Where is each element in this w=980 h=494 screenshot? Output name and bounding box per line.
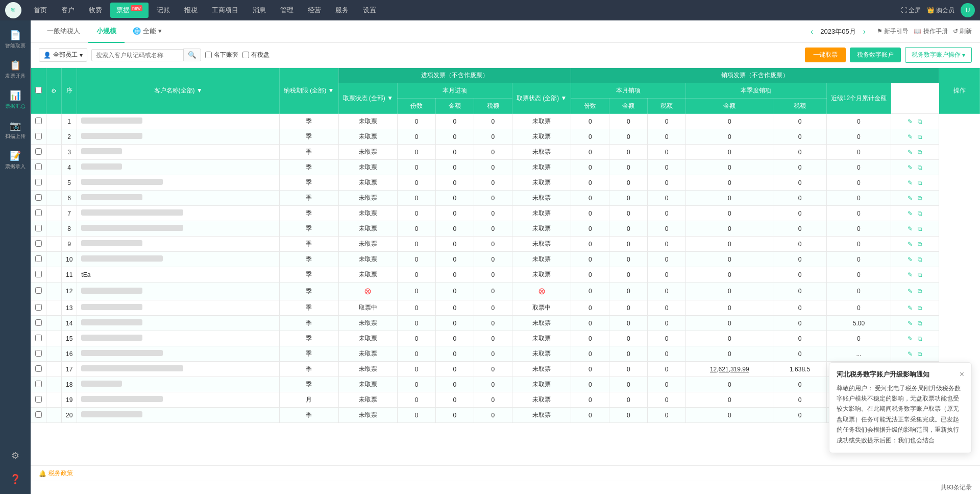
edit-icon[interactable]: ✎ [908, 210, 913, 217]
digital-ops-btn[interactable]: 税务数字账户操作 ▾ [905, 47, 972, 63]
nav-message[interactable]: 消息 [247, 3, 272, 18]
sidebar-item-help[interactable]: ❓ [0, 469, 31, 489]
client-name-blur [81, 381, 122, 387]
edit-icon[interactable]: ✎ [908, 335, 913, 342]
fetch-all-btn[interactable]: 一键取票 [805, 48, 846, 62]
edit-icon[interactable]: ✎ [908, 304, 913, 312]
row-checkbox[interactable] [35, 319, 42, 326]
tab-small-scale[interactable]: 小规模 [88, 20, 125, 43]
tax-disk-checkbox-input[interactable] [242, 52, 249, 58]
nav-billing[interactable]: 收费 [83, 3, 108, 18]
sidebar-item-invoice-summary[interactable]: 📊 票据汇总 [0, 86, 31, 114]
popup-close-btn[interactable]: × [960, 370, 964, 379]
refresh-btn[interactable]: ↺ 刷新 [953, 27, 972, 36]
row-checkbox[interactable] [35, 287, 42, 294]
guide-btn[interactable]: ⚑ 新手引导 [877, 27, 909, 36]
row-checkbox[interactable] [35, 271, 42, 277]
copy-icon[interactable]: ⧉ [918, 320, 922, 327]
row-client-name [77, 362, 280, 377]
edit-icon[interactable]: ✎ [908, 133, 913, 140]
tab-all-capable[interactable]: 🌐 全能 ▾ [125, 20, 170, 43]
prev-month-btn[interactable]: ‹ [807, 26, 816, 37]
nav-tax[interactable]: 报税 [178, 3, 204, 18]
row-checkbox[interactable] [35, 381, 42, 387]
edit-icon[interactable]: ✎ [908, 164, 913, 171]
table-row: 11 tEa 季 未取票 0 0 0 未取票 0 0 0 0 0 0 ✎ ⧉ [31, 267, 980, 283]
edit-icon[interactable]: ✎ [908, 118, 913, 125]
select-all-checkbox[interactable] [35, 87, 42, 93]
sidebar-item-invoice-open[interactable]: 📋 发票开具 [0, 56, 31, 84]
edit-icon[interactable]: ✎ [908, 179, 913, 186]
digital-account-btn[interactable]: 税务数字账户 [850, 48, 901, 62]
statement-checkbox-input[interactable] [205, 52, 212, 58]
nav-accounting[interactable]: 记账 [151, 3, 176, 18]
row-checkbox[interactable] [35, 304, 42, 311]
row-checkbox[interactable] [35, 335, 42, 341]
edit-icon[interactable]: ✎ [908, 271, 913, 278]
edit-icon[interactable]: ✎ [908, 256, 913, 263]
copy-icon[interactable]: ⧉ [918, 335, 922, 342]
copy-icon[interactable]: ⧉ [918, 149, 922, 156]
nav-client[interactable]: 客户 [55, 3, 81, 18]
row-s-tax: 0 [648, 145, 686, 160]
copy-icon[interactable]: ⧉ [918, 179, 922, 186]
copy-icon[interactable]: ⧉ [918, 195, 922, 202]
edit-icon[interactable]: ✎ [908, 225, 913, 232]
sidebar-item-settings[interactable]: ⚙ [0, 446, 31, 465]
row-checkbox[interactable] [35, 240, 42, 247]
next-month-btn[interactable]: › [860, 26, 869, 37]
fullscreen-btn[interactable]: ⛶ 全屏 [901, 6, 921, 15]
nav-admin[interactable]: 管理 [274, 3, 300, 18]
edit-icon[interactable]: ✎ [908, 241, 913, 248]
sidebar-item-scan-upload[interactable]: 📷 扫描上传 [0, 116, 31, 144]
manual-btn[interactable]: 📖 操作手册 [914, 27, 947, 36]
copy-icon[interactable]: ⧉ [918, 225, 922, 232]
row-checkbox[interactable] [35, 117, 42, 124]
edit-icon[interactable]: ✎ [908, 195, 913, 202]
copy-icon[interactable]: ⧉ [918, 256, 922, 263]
copy-icon[interactable]: ⧉ [918, 133, 922, 140]
statement-checkbox[interactable]: 名下账套 [205, 51, 238, 59]
nav-service[interactable]: 服务 [329, 3, 355, 18]
nav-operations[interactable]: 经营 [302, 3, 327, 18]
edit-icon[interactable]: ✎ [908, 288, 913, 295]
row-p-amount: 0 [435, 252, 474, 267]
copy-icon[interactable]: ⧉ [918, 350, 922, 358]
copy-icon[interactable]: ⧉ [918, 164, 922, 171]
row-checkbox[interactable] [35, 396, 42, 403]
nav-invoice[interactable]: 票据new [110, 3, 149, 18]
employee-select[interactable]: 👤 全部员工 ▾ [39, 48, 87, 62]
copy-icon[interactable]: ⧉ [918, 210, 922, 217]
edit-icon[interactable]: ✎ [908, 149, 913, 156]
tax-disk-checkbox[interactable]: 有税盘 [242, 51, 270, 59]
sidebar-item-invoice-entry[interactable]: 📝 票据录入 [0, 146, 31, 174]
nav-home[interactable]: 首页 [28, 3, 53, 18]
copy-icon[interactable]: ⧉ [918, 241, 922, 248]
row-checkbox[interactable] [35, 133, 42, 139]
row-checkbox[interactable] [35, 225, 42, 231]
member-btn[interactable]: 👑 购会员 [927, 6, 954, 15]
copy-icon[interactable]: ⧉ [918, 288, 922, 295]
copy-icon[interactable]: ⧉ [918, 118, 922, 125]
nav-commerce[interactable]: 工商项目 [206, 3, 244, 18]
row-checkbox[interactable] [35, 148, 42, 155]
row-checkbox[interactable] [35, 179, 42, 185]
row-checkbox[interactable] [35, 255, 42, 262]
tab-general-taxpayer[interactable]: 一般纳税人 [39, 20, 88, 43]
copy-icon[interactable]: ⧉ [918, 271, 922, 278]
copy-icon[interactable]: ⧉ [918, 304, 922, 312]
row-checkbox[interactable] [35, 163, 42, 170]
search-button[interactable]: 🔍 [183, 49, 201, 61]
row-checkbox[interactable] [35, 365, 42, 372]
sidebar-item-smart-fetch[interactable]: 📄 智能取票 [0, 26, 31, 54]
tax-policy-link[interactable]: 税务政策 [48, 469, 73, 478]
user-avatar[interactable]: U [961, 3, 975, 17]
row-checkbox[interactable] [35, 411, 42, 418]
row-checkbox[interactable] [35, 350, 42, 357]
edit-icon[interactable]: ✎ [908, 320, 913, 327]
search-input[interactable] [91, 49, 183, 61]
row-checkbox[interactable] [35, 194, 42, 201]
nav-settings[interactable]: 设置 [357, 3, 382, 18]
edit-icon[interactable]: ✎ [908, 350, 913, 358]
row-checkbox[interactable] [35, 209, 42, 216]
